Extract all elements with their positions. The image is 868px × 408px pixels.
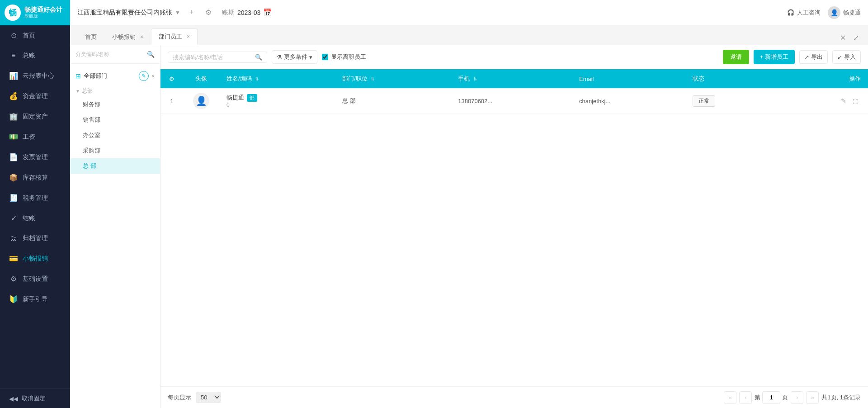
company-selector[interactable]: 江西服宝精品有限责任公司内账张 ▼ (77, 9, 180, 17)
export-icon: ↗ (804, 54, 809, 61)
sidebar-item-label-funds: 资金管理 (23, 92, 48, 100)
tabs-bar: 首页 小畅报销 × 部门员工 × ✕ ⤢ (70, 25, 868, 45)
sidebar-item-funds[interactable]: 💰 资金管理 (0, 86, 70, 106)
tab-department[interactable]: 部门员工 × (151, 28, 198, 45)
resigned-checkbox-input[interactable] (322, 54, 328, 60)
tab-department-label: 部门员工 (159, 33, 182, 41)
row-status: 正常 (685, 88, 777, 114)
pin-label: 取消固定 (22, 394, 45, 403)
company-settings-button[interactable]: ⚙ (202, 6, 215, 19)
export-label: 导出 (811, 53, 823, 61)
sidebar-nav: ⊙ 首页 ≡ 总账 📊 云报表中心 💰 资金管理 🏢 固定资产 💵 工资 📄 发… (0, 25, 70, 389)
logout-employee-button[interactable]: ⬚ (850, 96, 861, 106)
tab-home[interactable]: 首页 (77, 28, 104, 45)
sidebar-item-archive[interactable]: 🗂 归档管理 (0, 228, 70, 248)
show-resigned-checkbox[interactable]: 显示离职员工 (322, 53, 366, 61)
table-body: 1 👤 畅捷通 部 0 总 部 (160, 88, 868, 114)
add-company-button[interactable]: + (186, 7, 197, 18)
sidebar-item-expense[interactable]: 💳 小畅报销 (0, 248, 70, 269)
dept-item-purchase[interactable]: 采购部 (70, 143, 160, 158)
employee-name: 畅捷通 (226, 94, 244, 102)
add-employee-button[interactable]: + 新增员工 (754, 50, 795, 64)
sidebar-item-payroll[interactable]: 💵 工资 (0, 127, 70, 147)
sidebar-pin-toggle[interactable]: ◀◀ 取消固定 (0, 389, 70, 408)
filter-button[interactable]: ⚗ 更多条件 ▾ (272, 50, 317, 64)
sidebar-item-label-expense: 小畅报销 (23, 255, 48, 263)
prev-page-button[interactable]: ‹ (739, 391, 752, 404)
sidebar-item-ledger[interactable]: ≡ 总账 (0, 46, 70, 66)
employees-table-element: ⚙ 头像 姓名/编码 ⇅ 部门/职位 ⇅ (160, 69, 868, 114)
dept-item-finance[interactable]: 财务部 (70, 97, 160, 112)
last-page-button[interactable]: » (806, 391, 819, 404)
user-menu[interactable]: 👤 畅捷通 (828, 6, 861, 19)
expand-tab-button[interactable]: ⤢ (851, 33, 861, 42)
dept-item-office[interactable]: 办公室 (70, 128, 160, 143)
page-navigation: « ‹ 第 页 › » 共1页, 1条记录 (724, 391, 861, 404)
dept-search-icon[interactable]: 🔍 (147, 51, 155, 58)
table-header: ⚙ 头像 姓名/编码 ⇅ 部门/职位 ⇅ (160, 69, 868, 88)
sidebar-item-reports[interactable]: 📊 云报表中心 (0, 66, 70, 86)
next-page-button[interactable]: › (791, 391, 803, 404)
import-icon: ↙ (837, 54, 842, 61)
all-dept-header[interactable]: ⊞ 全部部门 ✎ « (70, 67, 160, 85)
toolbar-right-actions: 邀请 + 新增员工 ↗ 导出 ↙ 导入 (723, 50, 861, 64)
period-selector[interactable]: 账期 2023-03 📅 (222, 8, 272, 17)
topbar: 江西服宝精品有限责任公司内账张 ▼ + ⚙ 账期 2023-03 📅 🎧 人工咨… (70, 0, 868, 25)
tab-expense[interactable]: 小畅报销 × (104, 28, 151, 45)
sidebar-item-label-home: 首页 (23, 32, 35, 40)
th-name[interactable]: 姓名/编码 ⇅ (219, 69, 335, 88)
th-dept[interactable]: 部门/职位 ⇅ (335, 69, 451, 88)
close-tab-button[interactable]: ✕ (838, 33, 848, 42)
group-label-text: 总部 (82, 87, 93, 95)
dept-item-head[interactable]: 总 部 (70, 158, 160, 174)
dept-edit-button[interactable]: ✎ (139, 71, 149, 81)
edit-employee-button[interactable]: ✎ (839, 96, 849, 106)
sidebar-item-label-guide: 新手引导 (23, 295, 48, 304)
page-size-label: 每页显示 (168, 394, 191, 402)
dept-search-input[interactable] (75, 51, 144, 57)
employee-avatar: 👤 (193, 93, 209, 109)
dept-item-sales[interactable]: 销售部 (70, 112, 160, 128)
payroll-icon: 💵 (9, 133, 18, 141)
th-mobile[interactable]: 手机 ⇅ (451, 69, 572, 88)
sidebar-item-guide[interactable]: 🔰 新手引导 (0, 289, 70, 309)
employee-dept-badge: 部 (247, 94, 257, 102)
invite-button[interactable]: 邀请 (723, 50, 749, 64)
sidebar-item-label-inventory: 库存核算 (23, 174, 48, 182)
row-dept: 总 部 (335, 88, 451, 114)
employee-search-bar[interactable]: 🔍 (168, 52, 267, 63)
sidebar-item-tax[interactable]: 🧾 税务管理 (0, 188, 70, 208)
logo-text-block: 畅捷通好会计 旗舰版 (24, 6, 62, 20)
sidebar: 畅 畅捷通好会计 旗舰版 ⊙ 首页 ≡ 总账 📊 云报表中心 💰 资金管理 🏢 … (0, 0, 70, 408)
first-page-button[interactable]: « (724, 391, 736, 404)
sidebar-item-invoice[interactable]: 📄 发票管理 (0, 147, 70, 167)
employee-search-input[interactable] (173, 54, 252, 61)
tab-expense-close[interactable]: × (140, 34, 143, 40)
page-size-select[interactable]: 50 10 20 100 (196, 392, 221, 403)
page-number-input[interactable] (762, 391, 780, 404)
export-button[interactable]: ↗ 导出 (799, 50, 828, 64)
sidebar-logo[interactable]: 畅 畅捷通好会计 旗舰版 (0, 0, 70, 25)
dept-collapse-icon[interactable]: « (151, 73, 155, 79)
dept-panel: 🔍 ⊞ 全部部门 ✎ « ▼ 总部 财务部 销售部 办公室 采购部 总 部 (70, 45, 160, 408)
company-dropdown-arrow: ▼ (175, 9, 180, 16)
filter-arrow-icon: ▾ (309, 54, 312, 61)
sidebar-item-checkout[interactable]: ✓ 结账 (0, 208, 70, 228)
th-settings[interactable]: ⚙ (160, 69, 183, 88)
service-button[interactable]: 🎧 人工咨询 (787, 9, 821, 17)
employee-search-icon[interactable]: 🔍 (255, 54, 262, 61)
avatar: 👤 (828, 6, 840, 19)
main-area: 江西服宝精品有限责任公司内账张 ▼ + ⚙ 账期 2023-03 📅 🎧 人工咨… (70, 0, 868, 408)
status-badge: 正常 (693, 95, 715, 107)
settings-gear-icon[interactable]: ⚙ (169, 76, 175, 82)
home-icon: ⊙ (9, 31, 18, 40)
sidebar-item-assets[interactable]: 🏢 固定资产 (0, 106, 70, 127)
calendar-icon[interactable]: 📅 (263, 8, 272, 17)
tab-department-close[interactable]: × (187, 34, 190, 39)
sidebar-item-label-settings: 基础设置 (23, 275, 48, 283)
sidebar-item-inventory[interactable]: 📦 库存核算 (0, 167, 70, 188)
import-button[interactable]: ↙ 导入 (832, 50, 861, 64)
sidebar-item-settings[interactable]: ⚙ 基础设置 (0, 269, 70, 289)
sidebar-item-home[interactable]: ⊙ 首页 (0, 25, 70, 46)
tax-icon: 🧾 (9, 194, 18, 202)
